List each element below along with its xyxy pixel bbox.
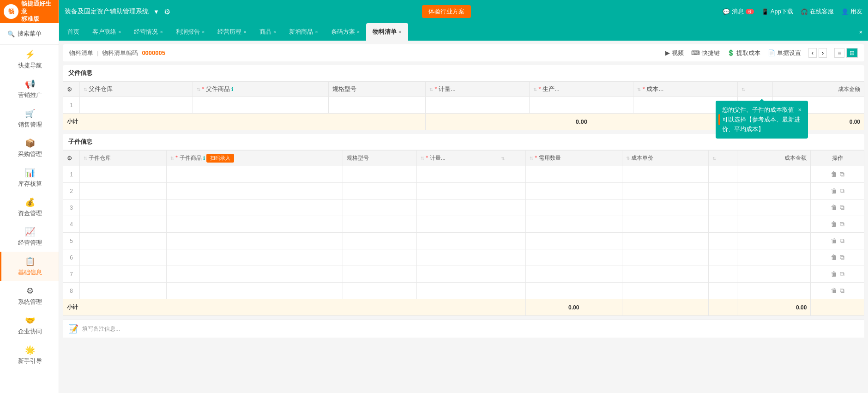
sidebar-item-sales[interactable]: 🛒 销售管理 [0,104,59,133]
delete-icon-5[interactable]: 🗑 [831,237,837,245]
grid-view-button[interactable]: ⊞ [846,48,858,58]
tab-history-close[interactable]: × [243,29,246,35]
parent-spec-cell[interactable] [328,97,425,114]
page-header-bar: 物料清单 | 物料清单编码 0000005 ▶ 视频 ⌨ 快捷键 💲 提取成本 [63,44,864,61]
child-th-gear[interactable]: ⚙ [63,151,80,166]
tab-barcode[interactable]: 条码方案 × [325,23,366,41]
sidebar-item-system[interactable]: ⚙ 系统管理 [0,281,59,311]
tab-customer[interactable]: 客户联络 × [86,23,127,41]
tooltip-close-button[interactable]: × [798,105,802,115]
tab-new-goods[interactable]: 新增商品 × [283,23,324,41]
get-cost-button[interactable]: 💲 提取成本 [727,49,760,57]
pagination-controls: ‹ › [808,48,827,58]
row-num: 1 [63,97,80,114]
copy-icon-4[interactable]: ⧉ [840,220,844,228]
parent-unit-cell[interactable] [426,97,530,114]
delete-icon-3[interactable]: 🗑 [831,204,837,212]
tab-barcode-close[interactable]: × [357,29,360,35]
child-table: ⚙ ⇅ 子件仓库 ⇅ * 子件商品 ℹ 扫码录入 规格型号 ⇅ * 计量... [63,150,864,316]
tab-operations-close[interactable]: × [160,29,163,35]
child-action-1: 🗑 ⧉ [811,166,864,183]
doc-label: 物料清单编码 [102,49,138,57]
tab-goods[interactable]: 商品 × [253,23,283,41]
sidebar-item-operations[interactable]: 📈 经营管理 [0,222,59,252]
tab-close-all[interactable]: × [855,29,866,36]
tab-profit-close[interactable]: × [202,29,205,35]
single-settings-button[interactable]: 📄 单据设置 [768,49,801,57]
child-warehouse-1[interactable] [80,166,167,183]
search-menu-button[interactable]: 🔍 搜索菜单 [4,27,55,41]
delete-icon-6[interactable]: 🗑 [831,254,837,261]
child-warehouse-2[interactable] [80,183,167,200]
tab-bom-close[interactable]: × [398,29,401,35]
child-amount-2 [737,183,811,200]
parent-produce-cell[interactable] [530,97,633,114]
tab-new-goods-close[interactable]: × [315,29,318,35]
sidebar-item-marketing[interactable]: 📢 营销推广 [0,74,59,104]
settings-doc-icon: 📄 [768,49,775,56]
message-button[interactable]: 💬 消息 6 [723,7,754,16]
prev-button[interactable]: ‹ [808,48,817,58]
copy-icon-5[interactable]: ⧉ [840,237,844,245]
delete-icon-2[interactable]: 🗑 [831,187,837,195]
list-view-button[interactable]: ≡ [834,48,844,58]
tab-operations[interactable]: 经营情况 × [127,23,169,41]
note-icon: 📝 [68,324,78,334]
shortcut-button[interactable]: ⌨ 快捷键 [691,49,720,57]
tab-home[interactable]: 首页 [61,23,86,41]
operations-icon: 📈 [25,227,35,237]
delete-icon-8[interactable]: 🗑 [831,287,837,295]
logo-text: 畅捷通好生意 标准版 [21,0,55,23]
view-button[interactable]: ▶ 视频 [665,49,684,57]
video-icon: ▶ [665,49,670,56]
tab-profit[interactable]: 利润报告 × [169,23,211,41]
doc-number: 0000005 [142,49,165,56]
child-product-2[interactable] [166,183,343,200]
child-spec-2[interactable] [343,183,417,200]
copy-icon-1[interactable]: ⧉ [840,170,844,178]
child-th-spec: 规格型号 [343,151,417,166]
tab-customer-close[interactable]: × [118,29,121,35]
scan-input-button[interactable]: 扫码录入 [206,154,234,163]
sidebar-item-basic-info[interactable]: 📋 基础信息 [0,252,59,281]
main-area: 装备及固定资产辅助管理系统 ▼ ⚙ 体验行业方案 💬 消息 6 📱 App下载 … [59,0,868,393]
sidebar-item-inventory[interactable]: 📊 库存核算 [0,163,59,193]
online-service-button[interactable]: 🎧 在线客服 [801,7,834,16]
child-qty-1[interactable] [525,166,622,183]
parent-product-cell[interactable] [193,97,328,114]
child-qty-2[interactable] [525,183,622,200]
sidebar-item-guide[interactable]: 🌟 新手引导 [0,340,59,370]
sidebar-item-finance[interactable]: 💰 资金管理 [0,193,59,222]
tab-goods-close[interactable]: × [273,29,276,35]
tab-history[interactable]: 经营历程 × [211,23,253,41]
experience-button[interactable]: 体验行业方案 [422,5,471,18]
parent-subtotal-label: 小计 [63,114,426,130]
breadcrumb-sep: | [97,49,98,56]
copy-icon-8[interactable]: ⧉ [840,287,844,295]
child-product-1[interactable] [166,166,343,183]
settings-icon[interactable]: ⚙ [164,7,170,16]
copy-icon-2[interactable]: ⧉ [840,187,844,195]
delete-icon-4[interactable]: 🗑 [831,220,837,228]
tab-bom[interactable]: 物料清单 × [366,23,408,41]
delete-icon-7[interactable]: 🗑 [831,270,837,278]
copy-icon-3[interactable]: ⧉ [840,204,844,212]
app-download-button[interactable]: 📱 App下载 [761,7,793,16]
parent-warehouse-cell[interactable] [80,97,193,114]
child-spec-1[interactable] [343,166,417,183]
user-button[interactable]: 👤 用友 [841,7,862,16]
child-unit-2[interactable] [416,183,497,200]
delete-icon-1[interactable]: 🗑 [831,170,837,178]
system-icon: ⚙ [26,286,34,296]
child-unit-1[interactable] [416,166,497,183]
sidebar-item-purchase[interactable]: 📦 采购管理 [0,133,59,163]
parent-th-gear[interactable]: ⚙ [63,82,80,97]
dropdown-icon[interactable]: ▼ [153,8,159,15]
next-button[interactable]: › [819,48,827,58]
copy-icon-6[interactable]: ⧉ [840,254,844,261]
copy-icon-7[interactable]: ⧉ [840,270,844,278]
sidebar-item-quick-nav[interactable]: ⚡ 快捷导航 [0,45,59,74]
parent-section-title: 父件信息 [63,65,864,81]
sidebar-item-enterprise[interactable]: 🤝 企业协同 [0,311,59,340]
child-section: 子件信息 ⚙ ⇅ 子件仓库 ⇅ * 子件商品 ℹ 扫码录入 [63,134,864,316]
